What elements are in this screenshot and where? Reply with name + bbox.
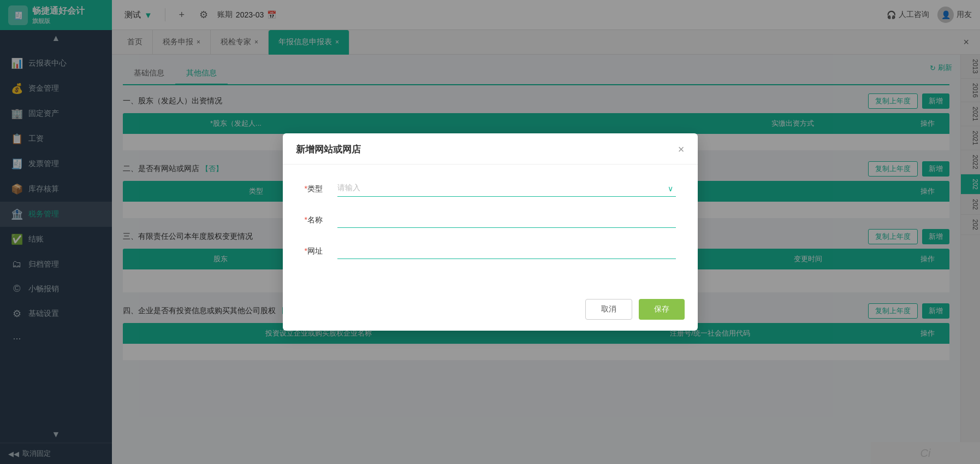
label-url: *网址 — [305, 246, 337, 256]
dropdown-arrow-icon: ∨ — [668, 184, 673, 193]
label-type: *类型 — [305, 184, 337, 194]
dialog-footer: 取消 保存 — [283, 291, 698, 331]
url-input[interactable] — [337, 243, 676, 256]
save-button[interactable]: 保存 — [639, 299, 685, 320]
dialog-header: 新增网站或网店 × — [283, 133, 698, 165]
required-mark-url: * — [305, 246, 307, 255]
form-row-url: *网址 — [305, 243, 676, 259]
type-field-wrapper: ∨ — [337, 181, 676, 197]
name-input[interactable] — [337, 212, 676, 225]
dialog-title: 新增网站或网店 — [296, 143, 361, 156]
cancel-button[interactable]: 取消 — [585, 299, 632, 320]
dialog-close-button[interactable]: × — [678, 143, 685, 156]
dialog-body: *类型 ∨ *名称 *网址 — [283, 165, 698, 291]
url-field-wrapper — [337, 243, 676, 259]
form-row-name: *名称 — [305, 212, 676, 228]
add-website-dialog: 新增网站或网店 × *类型 ∨ *名称 — [283, 133, 698, 331]
label-name: *名称 — [305, 215, 337, 225]
required-mark-name: * — [305, 215, 307, 224]
name-field-wrapper — [337, 212, 676, 228]
type-input[interactable] — [337, 181, 676, 194]
modal-overlay[interactable]: 新增网站或网店 × *类型 ∨ *名称 — [0, 0, 980, 464]
required-mark: * — [305, 184, 307, 193]
form-row-type: *类型 ∨ — [305, 181, 676, 197]
